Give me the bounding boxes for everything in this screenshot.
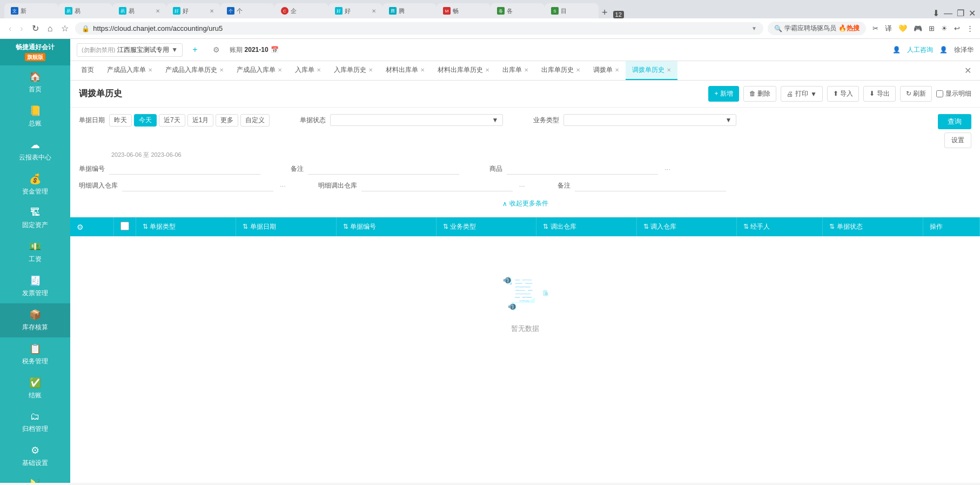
page-tab-in[interactable]: 入库单 ✕ bbox=[288, 61, 327, 80]
th-out-wh[interactable]: ⇅ 调出仓库 bbox=[536, 217, 636, 236]
user-name[interactable]: 徐泽华 bbox=[954, 45, 974, 55]
page-tab-transfer-close[interactable]: ✕ bbox=[615, 67, 619, 73]
sidebar-item-reports[interactable]: ☁ 云报表中心 bbox=[0, 134, 70, 168]
filter-wh-out-more-icon[interactable]: ··· bbox=[517, 182, 527, 190]
sidebar-item-funds[interactable]: 💰 资金管理 bbox=[0, 168, 70, 202]
browser-tab-2[interactable]: 易 易 bbox=[58, 3, 112, 18]
filter-wh-in-more-icon[interactable]: ··· bbox=[278, 182, 288, 190]
tab-close-4[interactable]: ✕ bbox=[210, 8, 214, 14]
reload-button[interactable]: ↻ bbox=[30, 22, 41, 35]
th-doc-status[interactable]: ⇅ 单据状态 bbox=[823, 217, 923, 236]
th-doc-num[interactable]: ⇅ 单据编号 bbox=[336, 217, 436, 236]
user-service[interactable]: 人工咨询 bbox=[907, 45, 933, 55]
page-tab-out-close[interactable]: ✕ bbox=[524, 67, 528, 73]
back-button[interactable]: ‹ bbox=[6, 23, 14, 35]
th-in-wh[interactable]: ⇅ 调入仓库 bbox=[636, 217, 736, 236]
sidebar-item-home[interactable]: 🏠 首页 bbox=[0, 65, 70, 99]
forward-button[interactable]: › bbox=[18, 23, 25, 35]
browser-tab-5[interactable]: 个 个 bbox=[220, 3, 274, 18]
sidebar-item-ledger[interactable]: 📒 总账 bbox=[0, 99, 70, 134]
print-button[interactable]: 🖨 打印 ▼ bbox=[781, 86, 823, 102]
page-tab-in-hist-close[interactable]: ✕ bbox=[368, 67, 373, 73]
browser-tab-1[interactable]: 文 新 bbox=[4, 3, 58, 18]
window-maximize-icon[interactable]: ❐ bbox=[957, 8, 964, 18]
browser-tab-11[interactable]: S 目 bbox=[545, 3, 599, 18]
display-cols-checkbox[interactable] bbox=[936, 90, 943, 97]
date-btn-today[interactable]: 今天 bbox=[134, 114, 157, 127]
filter-setting-button[interactable]: 设置 bbox=[944, 132, 971, 148]
add-tab-button[interactable]: + bbox=[599, 7, 611, 18]
page-tab-in-close[interactable]: ✕ bbox=[317, 67, 321, 73]
home-button[interactable]: ⌂ bbox=[45, 23, 55, 35]
bookmark-button[interactable]: ☆ bbox=[59, 22, 71, 35]
page-tab-mat-out-close[interactable]: ✕ bbox=[420, 67, 425, 73]
settings-company-button[interactable]: ⚙ bbox=[207, 43, 225, 57]
page-tab-finished-in[interactable]: 产成品入库单 ✕ bbox=[100, 61, 159, 80]
page-tab-transfer[interactable]: 调拨单 ✕ bbox=[587, 61, 626, 80]
date-btn-1month[interactable]: 近1月 bbox=[187, 114, 214, 127]
filter-goods-more-icon[interactable]: ··· bbox=[662, 165, 673, 173]
calendar-icon[interactable]: 📅 bbox=[271, 46, 279, 54]
export-button[interactable]: ⬇ 导出 bbox=[863, 86, 895, 102]
window-close-icon[interactable]: ✕ bbox=[969, 8, 976, 18]
filter-wh-out-input[interactable] bbox=[361, 180, 513, 191]
browser-tab-3[interactable]: 易 易 ✕ bbox=[112, 3, 166, 18]
page-tab-mat-out[interactable]: 材料出库单 ✕ bbox=[379, 61, 431, 80]
company-selector[interactable]: (勿删勿禁用) 江西服宝测试专用 ▼ bbox=[77, 43, 183, 57]
date-btn-more[interactable]: 更多 bbox=[216, 114, 238, 127]
sidebar-item-close[interactable]: ✅ 结账 bbox=[0, 371, 70, 406]
browser-tab-10[interactable]: 各 各 bbox=[491, 3, 545, 18]
tab-close-7[interactable]: ✕ bbox=[372, 8, 376, 14]
page-tab-finished-in2[interactable]: 产成品入库单 ✕ bbox=[230, 61, 288, 80]
browser-tab-9[interactable]: M 畅 bbox=[437, 3, 491, 18]
filter-wh-in-input[interactable] bbox=[122, 180, 273, 191]
th-doc-date[interactable]: ⇅ 单据日期 bbox=[236, 217, 336, 236]
filter-goods-input[interactable] bbox=[507, 163, 658, 175]
delete-button[interactable]: 🗑 删除 bbox=[743, 86, 776, 102]
sidebar-item-settings[interactable]: ⚙ 基础设置 bbox=[0, 439, 70, 473]
page-tab-out-hist[interactable]: 出库单历史 ✕ bbox=[535, 61, 587, 80]
filter-status-select[interactable]: ▼ bbox=[330, 114, 503, 126]
th-doc-type[interactable]: ⇅ 单据类型 bbox=[136, 217, 236, 236]
refresh-button[interactable]: ↻ 刷新 bbox=[900, 86, 932, 102]
sidebar-item-payroll[interactable]: 💵 工资 bbox=[0, 235, 70, 269]
page-tab-home[interactable]: 首页 bbox=[75, 61, 100, 80]
sidebar-item-tax[interactable]: 📋 税务管理 bbox=[0, 337, 70, 371]
page-tab-finished-in-close[interactable]: ✕ bbox=[148, 67, 152, 73]
browser-tab-8[interactable]: 腾 腾 bbox=[382, 3, 437, 18]
sidebar-item-archive[interactable]: 🗂 归档管理 bbox=[0, 406, 70, 439]
date-btn-7days[interactable]: 近7天 bbox=[159, 114, 185, 127]
query-button[interactable]: 查询 bbox=[938, 114, 971, 129]
sidebar-item-assets[interactable]: 🏗 固定资产 bbox=[0, 202, 70, 235]
date-btn-yesterday[interactable]: 昨天 bbox=[109, 114, 132, 127]
page-tab-finished-in2-close[interactable]: ✕ bbox=[278, 67, 282, 73]
table-settings-icon[interactable]: ⚙ bbox=[77, 223, 84, 231]
page-tab-finished-in-hist[interactable]: 产成品入库单历史 ✕ bbox=[159, 61, 230, 80]
th-handler[interactable]: ⇅ 经手人 bbox=[736, 217, 823, 236]
sidebar-item-guide[interactable]: 🔰 新手引导 bbox=[0, 473, 70, 483]
tab-close-3[interactable]: ✕ bbox=[156, 8, 160, 14]
new-button[interactable]: + 新增 bbox=[708, 86, 739, 102]
page-tab-transfer-hist-close[interactable]: ✕ bbox=[667, 67, 671, 73]
th-checkbox-box[interactable] bbox=[120, 222, 129, 230]
date-btn-custom[interactable]: 自定义 bbox=[240, 114, 270, 127]
page-tab-mat-out-hist-close[interactable]: ✕ bbox=[485, 67, 489, 73]
search-hint[interactable]: 🔍 学霸应聘场驱鸟员 🔥热搜 bbox=[768, 22, 866, 35]
collapse-filter-button[interactable]: ∧ 收起更多条件 bbox=[79, 197, 971, 210]
filter-note-input[interactable] bbox=[308, 163, 459, 175]
th-settings[interactable]: ⚙ bbox=[70, 217, 113, 236]
add-company-button[interactable]: + bbox=[187, 42, 203, 57]
window-minimize-icon[interactable]: — bbox=[944, 9, 952, 18]
address-bar[interactable]: 🔒 https://cloud.chanjet.com/accounting/u… bbox=[75, 22, 763, 35]
browser-tab-7[interactable]: 好 好 ✕ bbox=[328, 3, 382, 18]
filter-biz-type-select[interactable]: ▼ bbox=[563, 114, 736, 126]
sidebar-item-inventory[interactable]: 📦 库存核算 bbox=[0, 303, 70, 337]
page-tab-mat-out-hist[interactable]: 材料出库单历史 ✕ bbox=[431, 61, 496, 80]
page-tab-finished-in-hist-close[interactable]: ✕ bbox=[219, 67, 224, 73]
filter-note2-input[interactable] bbox=[575, 180, 726, 191]
page-tab-transfer-hist[interactable]: 调拨单历史 ✕ bbox=[626, 61, 677, 80]
page-tab-out-hist-close[interactable]: ✕ bbox=[576, 67, 580, 73]
browser-tab-4[interactable]: 好 好 ✕ bbox=[166, 3, 220, 18]
import-button[interactable]: ⬆ 导入 bbox=[827, 86, 859, 102]
page-tab-out[interactable]: 出库单 ✕ bbox=[496, 61, 535, 80]
